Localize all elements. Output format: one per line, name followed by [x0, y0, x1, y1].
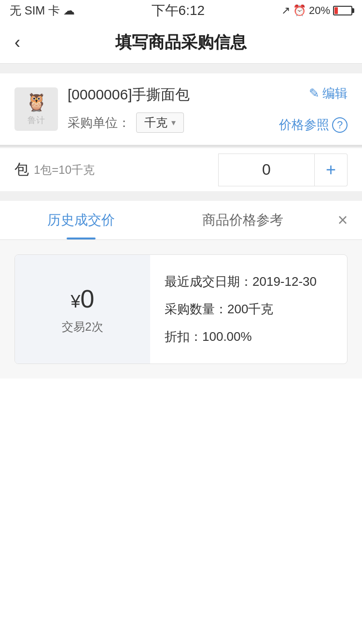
tab-history-price[interactable]: 历史成交价 [0, 201, 162, 239]
price-left-panel: ¥0 交易2次 [15, 255, 150, 364]
status-left: 无 SIM 卡 ☁ [10, 3, 75, 18]
unit-emoji: 包 [14, 160, 29, 180]
price-ref-label: 价格参照 [279, 116, 329, 133]
help-icon: ? [332, 117, 348, 133]
trade-date-value: 2019-12-30 [252, 274, 317, 289]
purchase-qty-value: 200千克 [227, 302, 273, 316]
price-value: ¥0 [71, 284, 95, 313]
tab-price-ref-label: 商品价格参考 [202, 211, 283, 229]
dropdown-arrow-icon: ▾ [171, 117, 176, 128]
logo-text: 鲁计 [28, 114, 45, 126]
tabs-section: 历史成交价 商品价格参考 × ¥0 交易2次 最近成交日期：2019-12-30… [0, 201, 362, 378]
price-symbol: ¥ [71, 292, 81, 311]
product-card: 🦉 鲁计 [0000006]手撕面包 采购单位： 千克 ▾ ✎ 编辑 [0, 73, 362, 145]
battery-percent: 20% [309, 4, 330, 17]
bottom-area [0, 378, 362, 644]
product-logo: 🦉 [26, 92, 47, 112]
edit-button[interactable]: ✎ 编辑 [309, 85, 348, 102]
location-icon: ↗ [281, 4, 290, 17]
quantity-section: 包 1包=10千克 + [0, 148, 362, 191]
unit-row: 采购单位： 千克 ▾ [68, 112, 190, 133]
status-right: ↗ ⏰ 20% [281, 4, 352, 17]
edit-icon: ✎ [309, 86, 320, 101]
product-info: [0000006]手撕面包 采购单位： 千克 ▾ [68, 85, 190, 133]
product-name: [0000006]手撕面包 [68, 85, 190, 105]
unit-label: 采购单位： [68, 114, 130, 131]
sim-label: 无 SIM 卡 ☁ [10, 3, 75, 18]
tabs-close-button[interactable]: × [323, 201, 362, 239]
back-button[interactable]: ‹ [14, 28, 25, 57]
unit-value: 千克 [144, 115, 167, 130]
product-thumbnail: 🦉 鲁计 [14, 87, 58, 131]
status-bar: 无 SIM 卡 ☁ 下午6:12 ↗ ⏰ 20% [0, 0, 362, 21]
tab-price-reference[interactable]: 商品价格参考 [162, 201, 323, 239]
nav-bar: ‹ 填写商品采购信息 [0, 21, 362, 64]
price-right-panel: 最近成交日期：2019-12-30 采购数量：200千克 折扣：100.00% [150, 255, 347, 364]
edit-label: 编辑 [322, 85, 348, 102]
history-content: ¥0 交易2次 最近成交日期：2019-12-30 采购数量：200千克 折扣：… [0, 240, 362, 378]
discount-label: 折扣： [165, 329, 202, 344]
product-top-row: 🦉 鲁计 [0000006]手撕面包 采购单位： 千克 ▾ ✎ 编辑 [14, 85, 348, 133]
discount-row: 折扣：100.00% [165, 327, 333, 346]
tab-active-indicator [67, 238, 96, 239]
tab-history-label: 历史成交价 [47, 211, 115, 229]
page-title: 填写商品采购信息 [115, 31, 247, 54]
quantity-input[interactable] [218, 154, 315, 186]
product-left: 🦉 鲁计 [0000006]手撕面包 采购单位： 千克 ▾ [14, 85, 190, 133]
purchase-qty-label: 采购数量： [165, 302, 227, 316]
price-card: ¥0 交易2次 最近成交日期：2019-12-30 采购数量：200千克 折扣：… [14, 254, 348, 364]
separator [0, 145, 362, 147]
quantity-input-group: + [218, 154, 348, 186]
trade-count: 交易2次 [62, 319, 103, 335]
status-time: 下午6:12 [152, 1, 205, 20]
product-right: ✎ 编辑 价格参照 ? [279, 85, 348, 133]
alarm-icon: ⏰ [293, 4, 306, 17]
battery-icon [333, 6, 352, 15]
quantity-add-button[interactable]: + [315, 154, 348, 186]
trade-date-row: 最近成交日期：2019-12-30 [165, 272, 333, 291]
discount-value: 100.00% [202, 329, 252, 344]
tabs-header: 历史成交价 商品价格参考 × [0, 201, 362, 240]
price-amount: 0 [81, 285, 95, 313]
unit-label-row: 包 1包=10千克 [14, 160, 95, 180]
trade-date-label: 最近成交日期： [165, 274, 252, 289]
unit-conversion: 1包=10千克 [34, 162, 95, 178]
purchase-qty-row: 采购数量：200千克 [165, 300, 333, 319]
unit-selector[interactable]: 千克 ▾ [136, 112, 184, 133]
price-ref-button[interactable]: 价格参照 ? [279, 116, 348, 133]
